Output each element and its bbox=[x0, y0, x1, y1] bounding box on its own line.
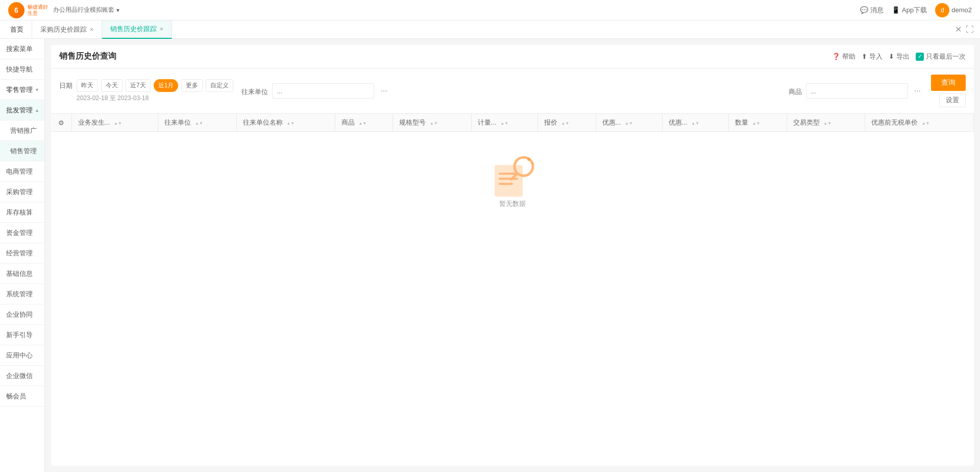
query-button[interactable]: 查询 bbox=[931, 75, 966, 91]
svg-rect-2 bbox=[499, 178, 518, 180]
export-btn[interactable]: ⬇ 导出 bbox=[889, 52, 910, 61]
unit-dots-btn[interactable]: ··· bbox=[378, 86, 389, 96]
sidebar-item-finance[interactable]: 资金管理 bbox=[0, 223, 44, 243]
sidebar-item-retail[interactable]: 零售管理 ▾ bbox=[0, 80, 44, 100]
main-layout: 搜索菜单 快捷导航 零售管理 ▾ 批发管理 ▴ 营销推广 销售管理 电商管理 采… bbox=[0, 39, 980, 472]
table-col-date: 业务发生... ▲▼ bbox=[71, 114, 158, 132]
settings-button[interactable]: 设置 bbox=[939, 93, 966, 107]
sidebar-item-inventory[interactable]: 库存核算 bbox=[0, 202, 44, 223]
sidebar-item-member[interactable]: 畅会员 bbox=[0, 386, 44, 407]
sidebar-item-ecommerce[interactable]: 电商管理 bbox=[0, 161, 44, 182]
page-actions: ❓ 帮助 ⬆ 导入 ⬇ 导出 ✓ 只看最后一次 bbox=[832, 52, 966, 61]
product-dots-btn[interactable]: ··· bbox=[912, 86, 923, 96]
filter-area: 日期 昨天 今天 近7天 近1月 更多 自定义 2023-02-18 至 202… bbox=[51, 68, 974, 114]
sidebar-item-purchase[interactable]: 采购管理 bbox=[0, 182, 44, 202]
sort-icon[interactable]: ▲▼ bbox=[286, 121, 295, 126]
sidebar-item-search[interactable]: 搜索菜单 bbox=[0, 39, 44, 59]
product-filter-group: 商品 ··· bbox=[789, 83, 923, 99]
sort-icon[interactable]: ▲▼ bbox=[625, 121, 633, 126]
tab-sales-label: 销售历史价跟踪 bbox=[110, 25, 157, 34]
export-label: 导出 bbox=[896, 52, 910, 61]
avatar: d bbox=[935, 3, 949, 17]
checkbox-icon: ✓ bbox=[916, 53, 924, 61]
chevron-up-icon: ▴ bbox=[36, 107, 38, 113]
sidebar-item-label: 销售管理 bbox=[10, 147, 37, 156]
sidebar-item-label: 经营管理 bbox=[6, 249, 33, 258]
table-col-discount1: 优惠... ▲▼ bbox=[596, 114, 662, 132]
unit-input[interactable] bbox=[272, 83, 374, 99]
topbar-left: 6 畅捷通好生意 办公用品行业模拟账套 ▾ bbox=[8, 2, 119, 18]
sort-icon[interactable]: ▲▼ bbox=[691, 121, 699, 126]
sidebar-item-label: 基础信息 bbox=[6, 269, 33, 278]
message-icon: 💬 bbox=[860, 6, 868, 14]
message-btn[interactable]: 💬 消息 bbox=[860, 6, 884, 15]
maximize-btn[interactable]: ⛶ bbox=[966, 25, 974, 34]
date-btn-today[interactable]: 今天 bbox=[101, 79, 122, 92]
table-gear-cell[interactable]: ⚙ bbox=[51, 114, 71, 132]
date-btn-more[interactable]: 更多 bbox=[181, 79, 203, 92]
sidebar-item-wholesale[interactable]: 批发管理 ▴ bbox=[0, 100, 44, 121]
sidebar-item-quicknav[interactable]: 快捷导航 bbox=[0, 59, 44, 80]
unit-filter-group: 往来单位 ··· bbox=[241, 83, 780, 99]
tabs-actions: ✕ ⛶ bbox=[955, 25, 978, 34]
username: demo2 bbox=[951, 6, 972, 14]
tab-purchase-history[interactable]: 采购历史价跟踪 × bbox=[32, 20, 102, 39]
sidebar-item-label: 新手引导 bbox=[6, 331, 33, 340]
sidebar-item-system[interactable]: 系统管理 bbox=[0, 284, 44, 304]
workspace-selector[interactable]: 办公用品行业模拟账套 ▾ bbox=[53, 6, 119, 14]
sort-icon[interactable]: ▲▼ bbox=[500, 121, 508, 126]
date-btn-custom[interactable]: 自定义 bbox=[206, 79, 233, 92]
tab-purchase-label: 采购历史价跟踪 bbox=[40, 25, 87, 34]
table-col-discount2: 优惠... ▲▼ bbox=[662, 114, 728, 132]
sidebar-item-label: 库存核算 bbox=[6, 208, 33, 217]
date-btn-1month[interactable]: 近1月 bbox=[154, 79, 179, 92]
close-window-btn[interactable]: ✕ bbox=[955, 25, 962, 34]
tab-home[interactable]: 首页 bbox=[2, 20, 32, 39]
date-label: 日期 bbox=[59, 79, 72, 90]
sort-icon[interactable]: ▲▼ bbox=[922, 121, 930, 126]
sidebar-item-wechat[interactable]: 企业微信 bbox=[0, 366, 44, 386]
user-menu[interactable]: d demo2 bbox=[935, 3, 972, 17]
date-btn-yesterday[interactable]: 昨天 bbox=[77, 79, 98, 92]
logo-text: 畅捷通好生意 bbox=[28, 4, 49, 16]
help-icon: ❓ bbox=[832, 53, 840, 60]
sort-icon[interactable]: ▲▼ bbox=[430, 121, 438, 126]
table-container: ⚙ 业务发生... ▲▼ 往来单位 ▲▼ 往来单位名称 ▲ bbox=[51, 114, 974, 466]
sidebar-item-sales-mgmt[interactable]: 销售管理 bbox=[0, 141, 44, 161]
sidebar-item-guide[interactable]: 新手引导 bbox=[0, 325, 44, 345]
page-title: 销售历史价查询 bbox=[59, 51, 116, 62]
product-input[interactable] bbox=[806, 83, 908, 99]
date-row2: 2023-02-18 至 2023-03-18 bbox=[77, 94, 233, 103]
sidebar-item-label: 企业协同 bbox=[6, 310, 33, 319]
sidebar-item-label: 快捷导航 bbox=[6, 65, 33, 74]
sidebar-item-marketing[interactable]: 营销推广 bbox=[0, 121, 44, 141]
sort-icon[interactable]: ▲▼ bbox=[358, 121, 366, 126]
logo-icon: 6 bbox=[8, 2, 24, 18]
page-header: 销售历史价查询 ❓ 帮助 ⬆ 导入 ⬇ 导出 ✓ bbox=[51, 45, 974, 68]
chevron-down-icon: ▾ bbox=[116, 7, 119, 14]
app-download-btn[interactable]: 📱 App下载 bbox=[892, 6, 927, 15]
sidebar-item-basic-info[interactable]: 基础信息 bbox=[0, 264, 44, 284]
last-only-checkbox[interactable]: ✓ 只看最后一次 bbox=[916, 52, 966, 61]
tab-purchase-close[interactable]: × bbox=[90, 26, 93, 33]
date-row1: 昨天 今天 近7天 近1月 更多 自定义 bbox=[77, 79, 233, 92]
page-card: 销售历史价查询 ❓ 帮助 ⬆ 导入 ⬇ 导出 ✓ bbox=[51, 45, 974, 466]
sort-icon[interactable]: ▲▼ bbox=[114, 121, 122, 126]
date-btn-7days[interactable]: 近7天 bbox=[126, 79, 151, 92]
sort-icon[interactable]: ▲▼ bbox=[561, 121, 570, 126]
sidebar-item-app-center[interactable]: 应用中心 bbox=[0, 345, 44, 366]
table-col-trade-type: 交易类型 ▲▼ bbox=[787, 114, 865, 132]
sidebar-item-enterprise[interactable]: 企业协同 bbox=[0, 304, 44, 325]
sidebar-item-operations[interactable]: 经营管理 bbox=[0, 243, 44, 264]
tab-sales-history[interactable]: 销售历史价跟踪 × bbox=[102, 20, 172, 39]
sort-icon[interactable]: ▲▼ bbox=[752, 121, 761, 126]
help-btn[interactable]: ❓ 帮助 bbox=[832, 52, 855, 61]
sort-icon[interactable]: ▲▼ bbox=[195, 121, 203, 126]
data-table: ⚙ 业务发生... ▲▼ 往来单位 ▲▼ 往来单位名称 ▲ bbox=[51, 114, 974, 132]
tabs-bar: 首页 采购历史价跟踪 × 销售历史价跟踪 × ✕ ⛶ bbox=[0, 20, 980, 39]
import-btn[interactable]: ⬆ 导入 bbox=[862, 52, 883, 61]
sidebar-item-label: 搜索菜单 bbox=[6, 44, 33, 54]
empty-illustration bbox=[492, 152, 533, 193]
tab-sales-close[interactable]: × bbox=[160, 26, 163, 33]
sort-icon[interactable]: ▲▼ bbox=[823, 121, 831, 126]
